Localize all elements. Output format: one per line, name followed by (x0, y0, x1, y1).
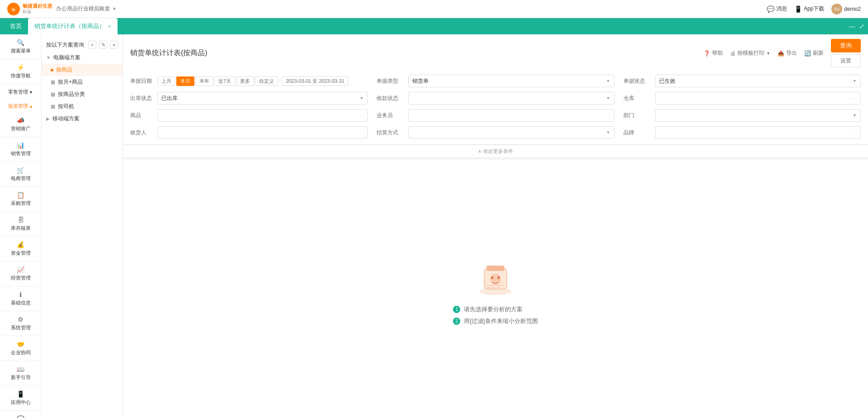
svg-text:畅: 畅 (12, 8, 15, 12)
date-range-input[interactable]: 2023-03-01 至 2023-03-31 (282, 76, 349, 86)
print-dropdown-icon: ▼ (766, 51, 770, 56)
salesperson-dots-icon: ··· (606, 113, 610, 118)
sidebar-item-search[interactable]: 🔍 搜索菜单 (0, 34, 41, 59)
warehouse-select[interactable]: ··· (655, 92, 861, 104)
edit-scheme-btn[interactable]: ✎ (99, 41, 107, 49)
sidebar-item-system[interactable]: ⚙ 系统管理 (0, 311, 41, 336)
doc-status-select[interactable]: 已生效 ▼ (655, 75, 861, 87)
query-button[interactable]: 查询 (831, 39, 861, 52)
settlement-select[interactable]: ▼ (408, 126, 614, 139)
tab-close-icon[interactable]: ✕ (108, 24, 111, 29)
date-tab-last-month[interactable]: 上月 (157, 76, 175, 86)
help-btn[interactable]: ❓ 帮助 (703, 49, 723, 57)
filter-salesperson: 业务员 ··· (377, 109, 614, 122)
enterprise-icon: 🤝 (17, 341, 24, 348)
sidebar-item-ecommerce[interactable]: 🛒 电商管理 (0, 162, 41, 187)
tree-desktop-group[interactable]: ▼ 电脑端方案 (42, 52, 123, 64)
tab-minimize-icon[interactable]: — (849, 23, 855, 30)
dropdown-arrow-icon[interactable]: ▼ (112, 6, 117, 11)
empty-state: 1 请先选择要分析的方案 2 用[过滤]条件来缩小分析范围 (123, 160, 868, 418)
tab-sales-stat[interactable]: 销货单统计计表（按商品） ✕ (28, 18, 118, 34)
grid-icon: ▦ (51, 91, 55, 97)
collapse-filters-btn[interactable]: ∧ 收起更多条件 (123, 145, 868, 157)
logo-area: 畅 畅捷通好生意 标版 (7, 3, 52, 15)
filter-out-status: 出库状态 已出库 ▼ (130, 92, 368, 104)
filter-row-1: 单据日期 上月 本月 本年 近7天 更多 自定义 20 (130, 75, 861, 87)
wholesale-expand-icon: ▲ (29, 104, 33, 109)
sidebar-item-enterprise[interactable]: 🤝 企业协同 (0, 336, 41, 361)
sidebar-item-retail[interactable]: 零售管理 ▼ (0, 84, 41, 98)
page-actions-right: ❓ 帮助 🖨 按模板打印 ▼ 📤 导出 🔄 (703, 39, 861, 67)
tree-item-label: 按商品 (56, 66, 72, 74)
sidebar-item-inventory[interactable]: 🗄 库存核算 (0, 212, 41, 237)
page-header-container: 销货单统计计表(按商品) ❓ 帮助 🖨 按模板打印 ▼ 📤 (123, 34, 868, 158)
sidebar-item-wholesale[interactable]: 批发管理 ▲ (0, 98, 41, 112)
tree-desktop-label: 电脑端方案 (53, 54, 80, 62)
app-download-btn[interactable]: 📱 App下载 (794, 5, 824, 13)
refresh-btn[interactable]: 🔄 刷新 (804, 49, 824, 57)
date-tab-more[interactable]: 更多 (236, 76, 254, 86)
product-dots-icon: ··· (360, 113, 363, 118)
product-label: 商品 (130, 112, 157, 119)
add-scheme-btn[interactable]: + (88, 41, 96, 49)
sidebar-item-basic[interactable]: ℹ 基础信息 (0, 286, 41, 311)
sidebar-item-operation[interactable]: 📈 经营管理 (0, 261, 41, 286)
sidebar-item-marketing[interactable]: 📣 营销推广 (0, 112, 41, 137)
basic-icon: ℹ (19, 291, 22, 298)
tree-item-by-product[interactable]: 按商品 (42, 64, 123, 76)
logo-text: 畅捷通好生意 标版 (23, 3, 52, 14)
department-dropdown-icon: ▼ (853, 113, 857, 118)
tree-item-by-category[interactable]: ▦ 按商品分类 (42, 88, 123, 100)
tree-item-by-month-product[interactable]: ▦ 按月+商品 (42, 76, 123, 88)
filter-panel-icons: + ✎ « (88, 41, 118, 49)
date-tab-this-month[interactable]: 本月 (176, 76, 194, 86)
salesperson-select[interactable]: ··· (408, 109, 614, 122)
empty-tip-1: 1 请先选择要分析的方案 (453, 305, 538, 314)
settings-button[interactable]: 设置 (831, 54, 861, 67)
export-btn[interactable]: 📤 导出 (778, 49, 797, 57)
date-tab-custom[interactable]: 自定义 (255, 76, 278, 86)
svg-point-7 (497, 276, 500, 279)
collapse-panel-btn[interactable]: « (110, 41, 118, 49)
grid-icon: ▦ (51, 104, 55, 109)
tip-num-1: 1 (453, 306, 460, 313)
help-icon: ❓ (703, 50, 710, 57)
date-tab-this-year[interactable]: 本年 (195, 76, 213, 86)
payment-status-select[interactable]: ▼ (408, 92, 614, 104)
tree-item-by-cashier[interactable]: ▦ 按司机 (42, 100, 123, 113)
user-profile-btn[interactable]: Ea demo2 (831, 4, 861, 14)
tab-home[interactable]: 首页 (4, 18, 28, 34)
tree-mobile-group[interactable]: ▶ 移动端方案 (42, 113, 123, 125)
sidebar-item-finance[interactable]: 💰 资金管理 (0, 237, 41, 261)
sidebar-item-app-center[interactable]: 📱 应用中心 (0, 386, 41, 411)
doc-type-select[interactable]: 销货单 ▼ (408, 75, 614, 87)
department-select[interactable]: ▼ (655, 109, 861, 122)
doc-status-label: 单据状态 (623, 77, 655, 85)
tab-maximize-icon[interactable]: ⤢ (859, 23, 864, 30)
sidebar-item-purchase[interactable]: 📋 采购管理 (0, 187, 41, 212)
filter-row-4: 收货人 ··· 结算方式 ▼ (130, 126, 861, 139)
grid-icon: ▦ (51, 79, 55, 85)
sidebar-item-sales-mgmt[interactable]: 📊 销售管理 (0, 137, 41, 162)
brand-select[interactable]: ··· (655, 126, 861, 139)
product-select[interactable]: ··· (157, 109, 368, 122)
retail-expand-icon: ▼ (29, 90, 33, 95)
query-settings-group: 查询 设置 (831, 39, 861, 67)
receiver-select[interactable]: ··· (157, 126, 368, 139)
svg-point-6 (491, 276, 493, 279)
template-print-btn[interactable]: 🖨 按模板打印 ▼ (730, 49, 770, 57)
empty-tip-1-text: 请先选择要分析的方案 (464, 305, 523, 314)
tree-item-label: 按商品分类 (58, 90, 85, 98)
tree-item-label: 按司机 (58, 103, 74, 110)
tab-bar: 首页 销货单统计计表（按商品） ✕ — ⤢ (0, 18, 868, 34)
sidebar-item-wechat[interactable]: 💬 企业微信 (0, 411, 41, 418)
marketing-icon: 📣 (17, 117, 24, 124)
messages-btn[interactable]: 💬 消息 (767, 5, 787, 13)
date-tab-7days[interactable]: 近7天 (214, 76, 235, 86)
sidebar-item-guide[interactable]: 📖 新手引导 (0, 361, 41, 386)
filter-date: 单据日期 上月 本月 本年 近7天 更多 自定义 20 (130, 76, 368, 86)
out-status-label: 出库状态 (130, 95, 157, 102)
out-status-select[interactable]: 已出库 ▼ (157, 92, 368, 104)
tab-bar-right: — ⤢ (849, 23, 864, 30)
sidebar-item-quick-nav[interactable]: ⚡ 快捷导航 (0, 59, 41, 84)
